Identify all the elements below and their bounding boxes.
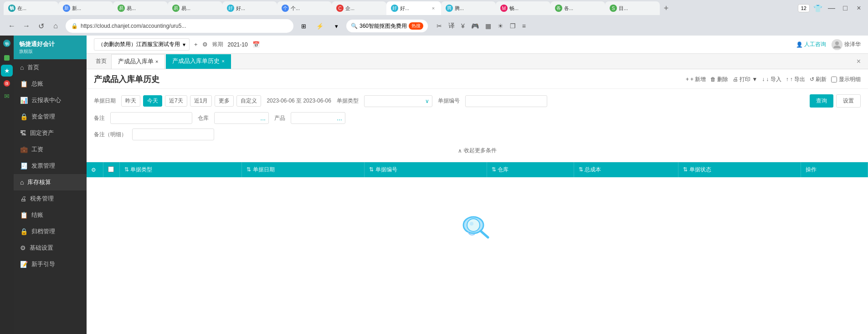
product-filter-select[interactable]: ... <box>291 112 345 124</box>
warehouse-filter-select[interactable]: ... <box>214 112 269 124</box>
export-button[interactable]: ↑ ↑ 导出 <box>786 76 805 83</box>
show-detail-checkbox[interactable] <box>831 77 837 82</box>
date-btn-yesterday[interactable]: 昨天 <box>121 95 140 107</box>
sidebar-item-fixed[interactable]: 🏗 固定资产 <box>14 125 87 141</box>
date-btn-today[interactable]: 今天 <box>143 95 162 107</box>
game-icon[interactable]: 🎮 <box>470 21 480 31</box>
th-status[interactable]: ⇅ 单据状态 <box>678 162 801 177</box>
tab-pill-list[interactable]: 产成品入库单 × <box>111 54 165 69</box>
import-button[interactable]: ↓ ↓ 导入 <box>762 76 781 83</box>
th-settings[interactable]: ⚙ <box>87 162 103 177</box>
sidebar-item-archive[interactable]: 🔒 归档管理 <box>14 223 87 240</box>
tab-pill-history-close[interactable]: × <box>221 58 224 64</box>
date-btn-7days[interactable]: 近7天 <box>165 95 187 107</box>
sidebar-item-invoice[interactable]: 🧾 发票管理 <box>14 158 87 174</box>
maximize-button[interactable]: □ <box>840 3 851 14</box>
left-icon-star[interactable]: ★ <box>1 65 13 77</box>
home-button[interactable]: ⌂ <box>49 20 62 32</box>
sidebar-item-inventory[interactable]: ⌂ 库存核算 <box>14 174 87 190</box>
date-btn-custom[interactable]: 自定义 <box>236 95 261 107</box>
theme-icon[interactable]: ☀ <box>496 21 505 31</box>
detail-note-filter-input[interactable] <box>132 128 214 140</box>
select-all-checkbox[interactable] <box>108 166 114 172</box>
grid-apps-icon[interactable]: ▦ <box>484 21 493 31</box>
th-total-cost[interactable]: ⇅ 总成本 <box>574 162 678 177</box>
tab-9[interactable]: 腾 腾... <box>441 1 496 15</box>
left-icon-weibo[interactable]: 微 <box>1 77 13 89</box>
tab-7[interactable]: C 企... <box>332 1 386 15</box>
tab-pill-list-close[interactable]: × <box>155 59 158 64</box>
sidebar-item-report[interactable]: 📊 云报表中心 <box>14 92 87 108</box>
search-bar-360[interactable]: 🔍 360智能抠图免费用 热搜 <box>346 20 428 32</box>
tab-10[interactable]: M 畅... <box>496 1 550 15</box>
tab-5[interactable]: 好 好... <box>222 1 277 15</box>
th-checkbox[interactable] <box>103 162 119 177</box>
panel-close-button[interactable]: × <box>857 57 861 66</box>
shirt-icon[interactable]: 👕 <box>812 3 823 14</box>
tab-1[interactable]: 畅 在... <box>4 1 58 15</box>
tab-3[interactable]: 易 易... <box>113 1 168 15</box>
page-actions: + + 新增 🗑 删除 🖨 打印 ▼ ↓ ↓ 导入 ↑ <box>686 76 861 83</box>
left-icon-email[interactable]: ✉ <box>1 90 13 102</box>
minimize-button[interactable]: — <box>826 3 837 14</box>
sidebar-item-home[interactable]: ⌂ 首页 <box>14 59 87 76</box>
add-company-button[interactable]: + <box>194 41 198 48</box>
note-filter-input[interactable] <box>110 112 192 124</box>
number-filter-input[interactable] <box>465 95 547 107</box>
new-tab-button[interactable]: + <box>660 2 673 15</box>
settings-company-button[interactable]: ⚙ <box>202 41 208 48</box>
add-button[interactable]: + + 新增 <box>686 76 706 83</box>
close-window-button[interactable]: × <box>853 3 864 14</box>
refresh-button[interactable]: ↺ 刷新 <box>810 76 827 83</box>
tab-4[interactable]: 易 易... <box>168 1 222 15</box>
calendar-icon[interactable]: 📅 <box>252 41 260 48</box>
sidebar-item-fund[interactable]: 🔒 资金管理 <box>14 108 87 125</box>
left-icon-360[interactable]: 畅 <box>1 37 13 49</box>
ai-consultant-link[interactable]: 👤 人工咨询 <box>796 41 826 48</box>
delete-button[interactable]: 🗑 删除 <box>710 76 728 83</box>
query-button[interactable]: 查询 <box>810 94 833 108</box>
tab-6[interactable]: 个 个... <box>277 1 332 15</box>
sidebar-item-basic[interactable]: ⚙ 基础设置 <box>14 240 87 256</box>
tab-11[interactable]: 各 各... <box>550 1 605 15</box>
filter-settings-button[interactable]: 设置 <box>836 94 861 108</box>
browser-lightning-icon[interactable]: ⚡ <box>313 20 326 32</box>
sidebar-item-fixed-label: 固定资产 <box>30 129 54 137</box>
back-button[interactable]: ← <box>5 20 18 32</box>
tab-8[interactable]: 好 好... × <box>386 1 441 15</box>
left-icon-shield[interactable] <box>1 52 13 64</box>
tab-12[interactable]: S 目... <box>605 1 660 15</box>
date-btn-more[interactable]: 更多 <box>215 95 234 107</box>
sidebar-item-payroll[interactable]: 💼 工资 <box>14 141 87 158</box>
sidebar-item-close-account[interactable]: 📋 结账 <box>14 207 87 223</box>
main-content: （勿删勿禁用）江西服宝测试专用 ▾ + ⚙ 账期 2021-10 📅 👤 人工咨… <box>87 36 868 334</box>
dropdown-arrow[interactable]: ▾ <box>330 20 343 32</box>
th-type[interactable]: ⇅ 单据类型 <box>119 162 242 177</box>
company-selector[interactable]: （勿删勿禁用）江西服宝测试专用 ▾ <box>94 38 190 51</box>
scissors-icon[interactable]: ✂ <box>435 21 443 31</box>
sidebar-item-tax[interactable]: 🖨 税务管理 <box>14 190 87 207</box>
type-filter-select[interactable]: ∨ <box>364 95 432 107</box>
th-date[interactable]: ⇅ 单据日期 <box>242 162 365 177</box>
collapse-button[interactable]: ∧ 收起更多条件 <box>453 145 501 156</box>
sidebar-item-newentry[interactable]: 📝 新手引导 <box>14 256 87 272</box>
print-button[interactable]: 🖨 打印 ▼ <box>733 76 757 83</box>
browser-restore-icon[interactable]: ❐ <box>508 21 517 31</box>
empty-state-cell <box>87 177 868 291</box>
url-bar[interactable]: 🔒 https://cloud.chanjet.com/accounting/u… <box>66 19 293 33</box>
breadcrumb-home[interactable]: 首页 <box>96 57 107 65</box>
translate-icon[interactable]: 译 <box>447 21 456 31</box>
th-number[interactable]: ⇅ 单据编号 <box>365 162 487 177</box>
forward-button[interactable]: → <box>20 20 33 32</box>
sidebar-item-ledger[interactable]: 📋 总账 <box>14 76 87 92</box>
user-area[interactable]: 徐泽华 <box>832 39 861 50</box>
browser-menu-icon[interactable]: ≡ <box>521 21 527 31</box>
currency-icon[interactable]: ¥ <box>460 21 466 31</box>
th-warehouse[interactable]: ⇅ 仓库 <box>487 162 574 177</box>
tab-pill-history[interactable]: 产成品入库单历史 × <box>166 54 231 69</box>
date-btn-1month[interactable]: 近1月 <box>190 95 212 107</box>
tab-8-close[interactable]: × <box>430 5 437 11</box>
tab-2[interactable]: 新 新... <box>58 1 113 15</box>
reload-button[interactable]: ↺ <box>35 20 47 32</box>
browser-grid-icon[interactable]: ⊞ <box>297 20 310 32</box>
